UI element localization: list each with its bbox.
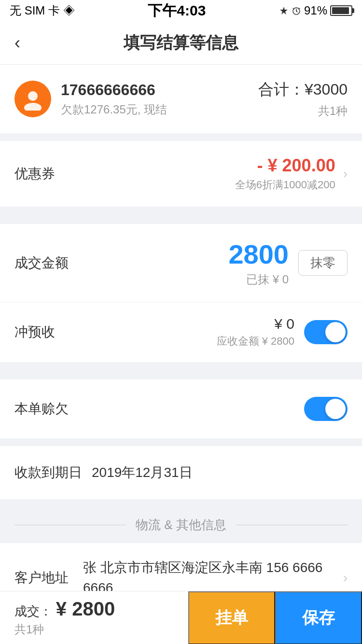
debt-section: 本单赊欠 bbox=[0, 379, 362, 438]
duedate-row: 收款到期日 2019年12月31日 bbox=[0, 446, 362, 499]
bottom-bar: 成交： ¥ 2800 共1种 挂单 保存 bbox=[0, 591, 362, 644]
pre-collect-toggle[interactable] bbox=[304, 320, 348, 344]
address-label: 客户地址 bbox=[14, 569, 69, 587]
pre-collect-right: ¥ 0 应收金额 ¥ 2800 bbox=[217, 316, 348, 349]
bottom-amount: ¥ 2800 bbox=[56, 598, 115, 619]
duedate-value: 2019年12月31日 bbox=[92, 463, 193, 482]
pre-collect-label: 冲预收 bbox=[14, 323, 55, 341]
user-info: 17666666666 欠款1276.35元, 现结 bbox=[61, 81, 167, 117]
bottom-summary: 成交： ¥ 2800 共1种 bbox=[0, 598, 188, 637]
round-zero-button[interactable]: 抹零 bbox=[298, 250, 348, 276]
pre-amount-sub: 应收金额 ¥ 2800 bbox=[217, 334, 294, 349]
pre-amount-value: ¥ 0 bbox=[217, 316, 294, 332]
status-bar: 无 SIM 卡 ◈ 下午4:03 91% bbox=[0, 0, 362, 21]
deal-amount-label: 成交金额 bbox=[14, 254, 69, 272]
coupon-desc: 全场6折满1000减200 bbox=[235, 178, 335, 192]
coupon-chevron-icon: › bbox=[343, 166, 348, 182]
section-divider-1 bbox=[0, 214, 362, 224]
coupon-right: - ¥ 200.00 全场6折满1000减200 › bbox=[235, 155, 348, 192]
status-time: 下午4:03 bbox=[148, 1, 206, 21]
logistics-separator: 物流 & 其他信息 bbox=[0, 507, 362, 543]
deal-amount-sub: 已抹 ¥ 0 bbox=[228, 272, 289, 287]
user-debt: 欠款1276.35元, 现结 bbox=[61, 102, 167, 117]
pre-amount-block: ¥ 0 应收金额 ¥ 2800 bbox=[217, 316, 294, 349]
status-left: 无 SIM 卡 ◈ bbox=[10, 3, 75, 18]
sep-line-left bbox=[14, 525, 126, 525]
user-total: 合计：¥3000 共1种 bbox=[258, 79, 348, 119]
coupon-discount: - ¥ 200.00 bbox=[235, 155, 335, 176]
user-card: 17666666666 欠款1276.35元, 现结 合计：¥3000 共1种 bbox=[0, 65, 362, 133]
location-icon bbox=[279, 6, 289, 15]
battery-icon bbox=[330, 5, 352, 16]
nav-bar: ‹ 填写结算等信息 bbox=[0, 21, 362, 65]
bottom-deal-label: 成交： bbox=[14, 604, 52, 618]
debt-toggle[interactable] bbox=[304, 397, 348, 421]
total-count: 共1种 bbox=[258, 103, 348, 119]
pending-button[interactable]: 挂单 bbox=[188, 591, 275, 644]
status-right: 91% bbox=[279, 4, 352, 17]
duedate-label: 收款到期日 bbox=[14, 463, 82, 482]
page-title: 填写结算等信息 bbox=[124, 32, 238, 54]
user-left: 17666666666 欠款1276.35元, 现结 bbox=[14, 81, 167, 117]
svg-point-1 bbox=[28, 91, 38, 101]
debt-row: 本单赊欠 bbox=[0, 379, 362, 438]
page-content: 17666666666 欠款1276.35元, 现结 合计：¥3000 共1种 … bbox=[0, 65, 362, 644]
coupon-card: 优惠券 - ¥ 200.00 全场6折满1000减200 › bbox=[0, 141, 362, 207]
coupon-value-block: - ¥ 200.00 全场6折满1000减200 bbox=[235, 155, 335, 192]
bottom-count: 共1种 bbox=[14, 622, 174, 637]
sep-line-right bbox=[236, 525, 348, 525]
coupon-label: 优惠券 bbox=[14, 165, 55, 183]
total-amount: 合计：¥3000 bbox=[258, 79, 348, 100]
deal-section: 成交金额 2800 已抹 ¥ 0 抹零 冲预收 ¥ 0 应收金额 ¥ 2800 bbox=[0, 224, 362, 362]
deal-amount-right: 2800 已抹 ¥ 0 抹零 bbox=[228, 238, 348, 287]
address-chevron-icon: › bbox=[343, 570, 348, 586]
pre-collect-row: 冲预收 ¥ 0 应收金额 ¥ 2800 bbox=[0, 302, 362, 362]
back-button[interactable]: ‹ bbox=[14, 33, 20, 53]
section-divider-2 bbox=[0, 370, 362, 379]
logistics-sep-text: 物流 & 其他信息 bbox=[136, 517, 226, 533]
avatar bbox=[14, 81, 51, 117]
user-row: 17666666666 欠款1276.35元, 现结 合计：¥3000 共1种 bbox=[0, 65, 362, 133]
sim-label: 无 SIM 卡 ◈ bbox=[10, 3, 75, 18]
debt-label: 本单赊欠 bbox=[14, 400, 69, 418]
user-phone: 17666666666 bbox=[61, 81, 167, 99]
duedate-section: 收款到期日 2019年12月31日 bbox=[0, 446, 362, 499]
deal-amount-block: 2800 已抹 ¥ 0 bbox=[228, 238, 289, 287]
deal-amount-row: 成交金额 2800 已抹 ¥ 0 抹零 bbox=[0, 224, 362, 302]
coupon-row[interactable]: 优惠券 - ¥ 200.00 全场6折满1000减200 › bbox=[0, 141, 362, 207]
save-button[interactable]: 保存 bbox=[275, 591, 362, 644]
deal-amount-value: 2800 bbox=[228, 238, 289, 270]
alarm-icon bbox=[292, 6, 301, 15]
bottom-deal-line: 成交： ¥ 2800 bbox=[14, 598, 174, 620]
battery-percent: 91% bbox=[304, 4, 327, 17]
svg-point-2 bbox=[24, 103, 42, 111]
